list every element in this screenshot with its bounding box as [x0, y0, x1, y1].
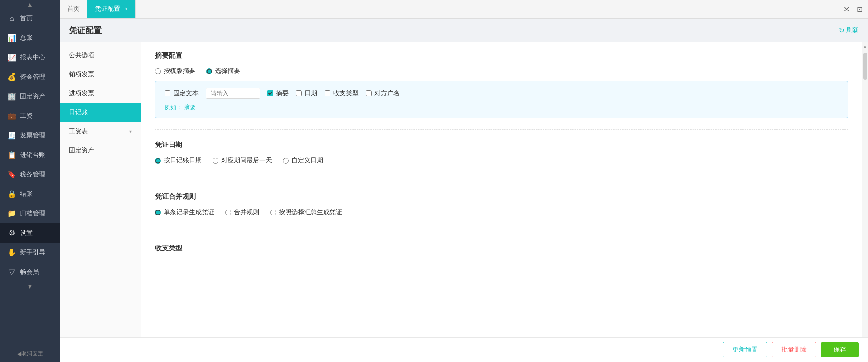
summary-config-row: 固定文本 摘要 日期 — [165, 88, 839, 99]
summary-config-box: 固定文本 摘要 日期 — [155, 81, 848, 118]
checkbox-summary-label[interactable]: 摘要 — [267, 89, 289, 98]
voucher-merge-radio-group: 单条记录生成凭证 合并规则 按照选择汇总生成凭证 — [155, 208, 848, 216]
sidebar-cancel-fixed[interactable]: ◀ 取消固定 — [0, 345, 60, 362]
fixed-text-input[interactable] — [206, 88, 260, 99]
sidebar-item-home[interactable]: ⌂ 首页 — [0, 9, 60, 28]
radio-journal-date[interactable]: 按日记账日期 — [155, 157, 202, 165]
refresh-icon: ↻ — [839, 27, 844, 34]
chevron-down-icon: ▾ — [129, 128, 132, 135]
voucher-date-radio-group: 按日记账日期 对应期间最后一天 自定义日期 — [155, 157, 848, 165]
sidebar: ▲ ⌂ 首页 📊 总账 📈 报表中心 💰 资金管理 🏢 固定资产 💼 工资 🧾 … — [0, 0, 60, 362]
checkbox-date[interactable] — [296, 90, 302, 96]
checkbox-counterparty[interactable] — [366, 90, 372, 96]
radio-select-summary[interactable]: 选择摘要 — [206, 67, 240, 75]
sidebar-item-funds[interactable]: 💰 资金管理 — [0, 67, 60, 87]
sidebar-scroll-up[interactable]: ▲ — [0, 0, 60, 9]
page-title: 凭证配置 — [69, 25, 102, 36]
checkbox-fixed-text-label[interactable]: 固定文本 — [165, 89, 199, 98]
pin-icon: ◀ — [17, 351, 21, 357]
radio-by-selection-input[interactable] — [270, 210, 276, 215]
checkbox-income-expense-label[interactable]: 收支类型 — [325, 89, 359, 98]
left-nav-journal[interactable]: 日记账 — [60, 103, 141, 122]
left-nav-sales-invoice[interactable]: 销项发票 — [60, 65, 141, 84]
purchase-sales-icon: 📋 — [7, 151, 16, 159]
update-preview-button[interactable]: 更新预置 — [723, 342, 767, 357]
radio-single-record[interactable]: 单条记录生成凭证 — [155, 208, 214, 216]
sidebar-item-member[interactable]: ▽ 畅会员 — [0, 262, 60, 282]
left-nav-salary-table[interactable]: 工资表 ▾ — [60, 122, 141, 141]
voucher-merge-section: 凭证合并规则 单条记录生成凭证 合并规则 按照选择汇总生成凭证 — [155, 192, 848, 233]
radio-select-input[interactable] — [206, 68, 212, 74]
content-layout: 公共选项 销项发票 进项发票 日记账 工资表 ▾ 固定资产 — [60, 42, 868, 362]
left-nav-fixed-assets[interactable]: 固定资产 — [60, 141, 141, 160]
left-nav: 公共选项 销项发票 进项发票 日记账 工资表 ▾ 固定资产 — [60, 42, 141, 362]
voucher-date-title: 凭证日期 — [155, 141, 848, 149]
radio-template-summary[interactable]: 按模版摘要 — [155, 67, 195, 75]
archive-icon: 📁 — [7, 209, 16, 218]
batch-delete-button[interactable]: 批量删除 — [772, 342, 816, 357]
window-maximize-button[interactable]: ⊡ — [855, 3, 864, 15]
voucher-date-section: 凭证日期 按日记账日期 对应期间最后一天 自定义日期 — [155, 141, 848, 181]
tax-icon: 🔖 — [7, 170, 16, 179]
settings-icon: ⚙ — [7, 229, 16, 237]
invoice-mgmt-icon: 🧾 — [7, 131, 16, 140]
checkbox-summary[interactable] — [267, 90, 273, 96]
payroll-icon: 💼 — [7, 112, 16, 120]
summary-config-title: 摘要配置 — [155, 51, 848, 60]
left-nav-public[interactable]: 公共选项 — [60, 46, 141, 65]
scrollbar-track: ▲ ▼ — [862, 42, 868, 362]
sidebar-item-closing[interactable]: 🔒 结账 — [0, 184, 60, 204]
reports-icon: 📈 — [7, 53, 16, 62]
radio-template-input[interactable] — [155, 68, 161, 74]
radio-journal-date-input[interactable] — [155, 158, 161, 164]
income-expense-section: 收支类型 — [155, 244, 848, 287]
radio-merge-rule-input[interactable] — [225, 210, 231, 215]
radio-by-selection[interactable]: 按照选择汇总生成凭证 — [270, 208, 342, 216]
main-area: 首页 凭证配置 × ✕ ⊡ 凭证配置 ↻ 刷新 公共选项 — [60, 0, 868, 362]
checkbox-income-expense[interactable] — [325, 90, 330, 96]
sidebar-item-guide[interactable]: ✋ 新手引导 — [0, 243, 60, 262]
scrollbar-thumb[interactable] — [863, 53, 867, 80]
sidebar-item-reports[interactable]: 📈 报表中心 — [0, 48, 60, 67]
sidebar-scroll-down[interactable]: ▼ — [0, 282, 60, 291]
ledger-icon: 📊 — [7, 34, 16, 42]
tab-bar: 首页 凭证配置 × ✕ ⊡ — [60, 0, 868, 19]
left-nav-purchase-invoice[interactable]: 进项发票 — [60, 84, 141, 103]
sidebar-item-purchase-sales[interactable]: 📋 进销台账 — [0, 145, 60, 165]
checkbox-counterparty-label[interactable]: 对方户名 — [366, 89, 400, 98]
sidebar-item-tax[interactable]: 🔖 税务管理 — [0, 165, 60, 184]
closing-icon: 🔒 — [7, 190, 16, 198]
tab-bar-actions: ✕ ⊡ — [842, 3, 868, 15]
bottom-actions: 更新预置 批量删除 保存 — [60, 337, 868, 362]
tab-close-icon[interactable]: × — [125, 6, 128, 12]
fixed-assets-icon: 🏢 — [7, 92, 16, 101]
summary-config-section: 摘要配置 按模版摘要 选择摘要 — [155, 51, 848, 130]
sidebar-item-fixed-assets[interactable]: 🏢 固定资产 — [0, 87, 60, 106]
scroll-up-arrow[interactable]: ▲ — [861, 42, 868, 51]
income-expense-title: 收支类型 — [155, 244, 848, 253]
sidebar-item-ledger[interactable]: 📊 总账 — [0, 28, 60, 48]
save-button[interactable]: 保存 — [821, 342, 859, 357]
radio-last-day[interactable]: 对应期间最后一天 — [213, 157, 272, 165]
tab-voucher-config[interactable]: 凭证配置 × — [87, 0, 136, 18]
guide-icon: ✋ — [7, 248, 16, 257]
sidebar-item-archive[interactable]: 📁 归档管理 — [0, 204, 60, 223]
sidebar-item-invoice-mgmt[interactable]: 🧾 发票管理 — [0, 126, 60, 145]
refresh-button[interactable]: ↻ 刷新 — [839, 26, 859, 34]
radio-custom-date-input[interactable] — [283, 158, 289, 164]
radio-single-record-input[interactable] — [155, 210, 161, 215]
checkbox-date-label[interactable]: 日期 — [296, 89, 317, 98]
sidebar-item-payroll[interactable]: 💼 工资 — [0, 106, 60, 126]
radio-custom-date[interactable]: 自定义日期 — [283, 157, 323, 165]
radio-last-day-input[interactable] — [213, 158, 218, 164]
summary-radio-group: 按模版摘要 选择摘要 — [155, 67, 848, 75]
member-icon: ▽ — [7, 268, 16, 276]
window-close-button[interactable]: ✕ — [842, 3, 851, 15]
page-content: 凭证配置 ↻ 刷新 公共选项 销项发票 进项发票 日记账 — [60, 19, 868, 362]
voucher-merge-title: 凭证合并规则 — [155, 192, 848, 201]
right-content: 摘要配置 按模版摘要 选择摘要 — [141, 42, 862, 362]
radio-merge-rule[interactable]: 合并规则 — [225, 208, 259, 216]
sidebar-item-settings[interactable]: ⚙ 设置 — [0, 223, 60, 243]
checkbox-fixed-text[interactable] — [165, 90, 170, 96]
tab-home[interactable]: 首页 — [60, 0, 87, 18]
